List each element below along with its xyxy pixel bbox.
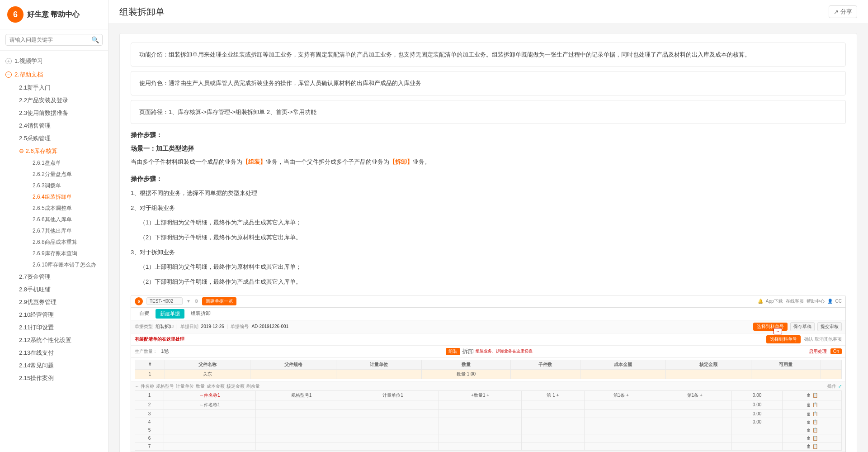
table-row: 1 关东 数量 1.00 bbox=[135, 369, 842, 379]
search-area[interactable]: 🔍 bbox=[0, 29, 108, 51]
step2-2: （2）下部明细为子件明细，最终作为原材料生成其它出库单。 bbox=[131, 232, 846, 243]
sidebar-item-stocktake[interactable]: 2.6.1盘点单 bbox=[27, 157, 108, 169]
sc-select-order-btn[interactable]: 选择到料单号 bbox=[753, 323, 788, 331]
sidebar-item-ledger-fix[interactable]: 2.6.10库存账本错了怎么办 bbox=[27, 259, 108, 271]
sc-cell bbox=[751, 369, 821, 379]
sc-sub-area: ← 件名称 规格型号 计量单位 数量 成本金额 核定金额 剩余量 操作 ⤢ bbox=[131, 381, 845, 452]
search-icon: 🔍 bbox=[91, 36, 99, 43]
search-input[interactable] bbox=[5, 34, 103, 46]
sc-code-val: AD-20191226-001 bbox=[251, 324, 288, 329]
sc-icon-bar: 🔔 App下载 在线客服 帮助中心 👤 CC bbox=[758, 298, 842, 305]
content-area: 功能介绍：组装拆卸单用来处理企业组装或拆卸等加工业务，支持有固定装配清单的产品加… bbox=[108, 24, 868, 452]
sidebar-item-assembly[interactable]: 2.6.4组装拆卸单 bbox=[27, 191, 108, 203]
sidebar-item-print[interactable]: 2.11打印设置 bbox=[14, 321, 108, 334]
sc-date-val: 2019-12-26 bbox=[201, 324, 224, 329]
sidebar-item-cost-recalc[interactable]: 2.6.8商品成本重算 bbox=[27, 237, 108, 248]
sidebar-item-partial-stocktake[interactable]: 2.6.2分量盘点单 bbox=[27, 169, 108, 180]
sidebar-item-newbie[interactable]: 2.1新手入门 bbox=[14, 81, 108, 94]
nav-sub-inventory: 2.6.1盘点单 2.6.2分量盘点单 2.6.3调拨单 2.6.4组装拆卸单 … bbox=[14, 157, 108, 271]
sc-submit-btn[interactable]: 提交审核 bbox=[817, 322, 842, 331]
table-row: 4 0.00 🗑 📋 bbox=[135, 418, 842, 426]
step1: 1、根据不同的业务，选择不同单据的类型来处理 bbox=[131, 188, 846, 199]
sidebar-item-inventory[interactable]: ⊖ 2.6库存核算 bbox=[14, 145, 108, 157]
sidebar-item-ledger-query[interactable]: 2.6.9库存账本查询 bbox=[27, 248, 108, 259]
sc-main-table: # 父件名称 父件规格 计量单位 数量 子件数 成本金额 核定金额 可用量 bbox=[135, 360, 842, 379]
sidebar-item-coupon[interactable]: 2.9优惠券管理 bbox=[14, 296, 108, 309]
share-icon: ↗ bbox=[834, 9, 839, 15]
sc-notice-text: 有装配清单的在这里处理 bbox=[135, 336, 184, 343]
sidebar-item-personalize[interactable]: 2.12系统个性化设置 bbox=[14, 334, 108, 347]
sc-user-name: CC bbox=[835, 299, 842, 304]
sc-settings-icon: ⚙ bbox=[194, 299, 198, 304]
sidebar-item-docs[interactable]: − 2.帮助文档 bbox=[0, 68, 108, 81]
sc-sub-count-label: 生产数量： bbox=[135, 348, 157, 355]
intro-block-2: 使用角色：通常由生产人员或库管人员完成拆装业务的操作，库管人员确认原材料的出库和… bbox=[131, 71, 846, 95]
sc-bell-icon: 🔔 bbox=[758, 299, 763, 304]
sidebar-item-mobile[interactable]: 2.8手机旺铺 bbox=[14, 283, 108, 296]
sc-sub-qty-label: 数量 bbox=[196, 383, 205, 390]
sidebar-item-other-in[interactable]: 2.6.6其他入库单 bbox=[27, 214, 108, 225]
sc-form-toolbar: 单据类型 组装拆卸 | 单据日期 2019-12-26 | 单据编号 AD-20… bbox=[131, 320, 845, 333]
sc-company-input: TEST-H002 bbox=[146, 297, 183, 305]
share-label: 分享 bbox=[840, 8, 852, 16]
topbar: 组装拆卸单 ↗ 分享 bbox=[108, 0, 868, 24]
sc-tab-assembly[interactable]: 组装拆卸 bbox=[186, 308, 215, 320]
sc-customer-service: 在线客服 bbox=[786, 298, 804, 305]
table-row: 6 🗑 📋 bbox=[135, 434, 842, 442]
table-row: 1 ←件名称1 规格型号1 计量单位1 +数量1 + 第 1 + 第1条 + 第… bbox=[135, 390, 842, 400]
sc-cell bbox=[821, 369, 841, 379]
intro-block-3: 页面路径：1、库存核算->库存管理->组装拆卸单 2、首页->常用功能 bbox=[131, 100, 846, 124]
intro-block-1: 功能介绍：组装拆卸单用来处理企业组装或拆卸等加工业务，支持有固定装配清单的产品加… bbox=[131, 43, 846, 67]
sc-type-annotation: 组装业务、拆卸业务在这里切换 bbox=[476, 348, 533, 354]
sc-help-center: 帮助中心 bbox=[807, 298, 825, 305]
sidebar-item-install[interactable]: 2.2产品安装及登录 bbox=[14, 94, 108, 107]
scenario1-desc: 当由多个子件材料组装成一个成品的业务为【组装】业务，当由一个父件拆分成多个子产品… bbox=[131, 157, 846, 168]
sc-tab-home[interactable]: 自费 bbox=[135, 308, 154, 320]
sc-annotation-notice: → bbox=[774, 328, 782, 334]
sc-sub-avail-label: 剩余量 bbox=[246, 383, 260, 390]
sc-type-label: 单据类型 bbox=[135, 324, 153, 330]
sc-tab-new-order[interactable]: 新建单据 bbox=[156, 309, 184, 319]
sc-col-parent-name: 父件名称 bbox=[165, 360, 250, 369]
sidebar-item-other-out[interactable]: 2.6.7其他出库单 bbox=[27, 225, 108, 237]
sc-sub-spec-label: 规格型号 bbox=[156, 383, 174, 390]
sc-type-row: 生产数量： 1/总 组装 拆卸 组装业务、拆卸业务在这里切换 启用处理 On bbox=[131, 346, 845, 358]
sc-notice-action-btn[interactable]: 选择到料单号 bbox=[766, 335, 801, 343]
sc-date-label: 单据日期 bbox=[180, 324, 198, 330]
sidebar-item-faq[interactable]: 2.14常见问题 bbox=[14, 359, 108, 372]
sc-new-order-btn[interactable]: 新建单据一览 bbox=[202, 297, 236, 305]
sc-cell bbox=[665, 369, 751, 379]
sc-save-draft-btn[interactable]: 保存草稿 bbox=[790, 322, 815, 331]
sc-titlebar: 6 TEST-H002 ▼ ⚙ 新建单据一览 🔔 App下载 在线客服 帮助中心… bbox=[131, 295, 845, 308]
page-title: 组装拆卸单 bbox=[119, 6, 165, 18]
sidebar-item-transfer[interactable]: 2.6.3调拨单 bbox=[27, 180, 108, 191]
sidebar-item-payment[interactable]: 2.13在线支付 bbox=[14, 347, 108, 359]
sidebar-item-cases[interactable]: 2.15操作案例 bbox=[14, 372, 108, 385]
sidebar-item-video[interactable]: + 1.视频学习 bbox=[0, 54, 108, 68]
sc-cell bbox=[580, 369, 665, 379]
nav-tree: + 1.视频学习 − 2.帮助文档 2.1新手入门 2.2产品安装及登录 2.3… bbox=[0, 51, 108, 452]
sc-sub-label: ← 件名称 bbox=[135, 383, 154, 390]
sc-enable-btn[interactable]: On bbox=[830, 348, 842, 354]
sidebar-item-data-prep[interactable]: 2.3使用前数据准备 bbox=[14, 107, 108, 119]
share-button[interactable]: ↗ 分享 bbox=[829, 5, 857, 18]
sc-app-logo: 6 bbox=[135, 297, 143, 305]
sidebar-item-purchase[interactable]: 2.5采购管理 bbox=[14, 132, 108, 145]
expand-icon: + bbox=[5, 58, 12, 64]
sc-enable-label: 启用处理 bbox=[809, 348, 827, 355]
sc-col-qty: 数量 bbox=[421, 360, 510, 369]
sidebar-item-sales[interactable]: 2.4销售管理 bbox=[14, 119, 108, 132]
main-content: 组装拆卸单 ↗ 分享 功能介绍：组装拆卸单用来处理企业组装或拆卸等加工业务，支持… bbox=[108, 0, 868, 452]
sc-cell bbox=[511, 369, 580, 379]
sidebar: 6 好生意 帮助中心 🔍 + 1.视频学习 − 2.帮助文档 2.1新手入门 2… bbox=[0, 0, 108, 452]
sc-sub-approved-label: 核定金额 bbox=[226, 383, 245, 390]
sidebar-item-label: ⊖ 2.6库存核算 bbox=[19, 147, 57, 154]
sc-sub-unit-label: 计量单位 bbox=[176, 383, 194, 390]
sc-col-parent-spec: 父件规格 bbox=[250, 360, 336, 369]
sc-cell bbox=[336, 369, 421, 379]
sc-app-download: App下载 bbox=[766, 298, 783, 305]
sidebar-item-operation[interactable]: 2.10经营管理 bbox=[14, 309, 108, 321]
sidebar-item-cost-adjust[interactable]: 2.6.5成本调整单 bbox=[27, 203, 108, 214]
app-name: 好生意 帮助中心 bbox=[27, 10, 80, 19]
sidebar-item-finance[interactable]: 2.7资金管理 bbox=[14, 271, 108, 283]
